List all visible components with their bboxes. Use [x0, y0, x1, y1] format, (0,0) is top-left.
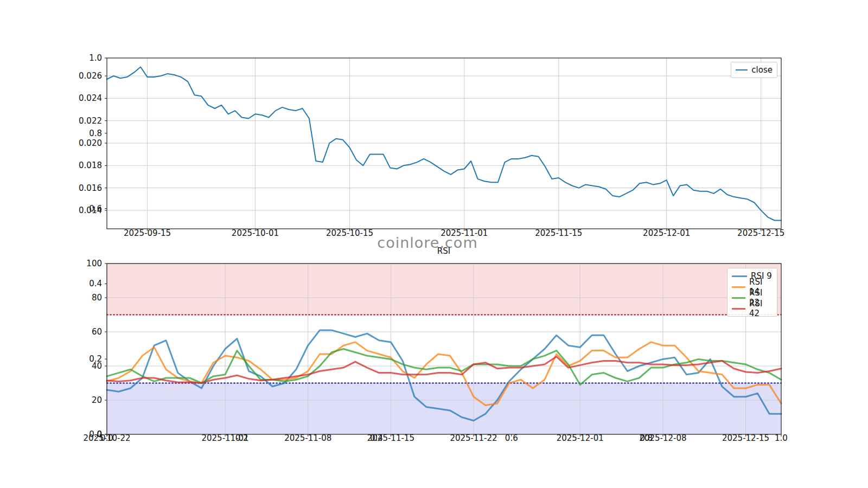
legend-row-close: close	[736, 65, 773, 75]
x-tick-label: 2025-11-08	[270, 434, 346, 442]
y-tick-label: 80	[0, 293, 102, 302]
legend-row-rsi42: RSI 42	[732, 303, 773, 314]
overlay-y-tick-label: 0.8	[0, 129, 102, 138]
overbought-zone	[107, 264, 781, 315]
overlay-x-tick-label: 0.6	[474, 434, 550, 442]
overlay-y-tick-label: 1.0	[0, 54, 102, 62]
price-plot-frame	[107, 58, 781, 229]
rsi-panel-title: RSI	[437, 246, 450, 256]
price-legend: close	[731, 62, 777, 78]
x-tick-label: 2025-10-01	[217, 229, 293, 237]
overlay-x-tick-label: 0.4	[339, 434, 414, 442]
overlay-x-tick-label: 1.0	[743, 434, 819, 442]
y-tick-label: 100	[0, 259, 102, 268]
x-tick-label: 2025-12-15	[723, 229, 799, 237]
y-tick-label: 0.020	[0, 139, 102, 147]
y-tick-label: 0.022	[0, 117, 102, 125]
overlay-x-tick-label: 0.2	[204, 434, 280, 442]
rsi9-line-swatch	[732, 275, 747, 277]
close-line	[107, 67, 781, 221]
overlay-y-tick-label: 0.6	[0, 204, 102, 213]
rsi22-line-swatch	[732, 297, 745, 299]
rsi14-line-swatch	[732, 286, 745, 288]
overlay-x-tick-label: 0.0	[69, 434, 145, 442]
x-tick-label: 2025-12-01	[542, 434, 618, 442]
y-tick-label: 0.016	[0, 184, 102, 192]
overlay-y-tick-label: 0.2	[0, 355, 102, 363]
rsi42-line-swatch	[732, 308, 745, 310]
overlay-y-tick-label: 0.4	[0, 279, 102, 288]
y-tick-label: 0.026	[0, 72, 102, 80]
rsi-legend: RSI 9 RSI 14 RSI 22 RSI 42	[727, 268, 777, 317]
x-tick-label: 2025-10-15	[311, 229, 387, 237]
watermark: coinlore.com	[377, 234, 477, 251]
chart-figure: 0.0260.0240.0220.0200.0180.0160.0142025-…	[0, 0, 868, 488]
x-tick-label: 2025-11-15	[521, 229, 597, 237]
y-tick-label: 0.018	[0, 161, 102, 170]
legend-label-rsi42: RSI 42	[749, 299, 773, 318]
y-tick-label: 60	[0, 328, 102, 336]
close-line-swatch	[736, 69, 748, 70]
x-tick-label: 2025-12-01	[629, 229, 705, 237]
x-tick-label: 2025-09-15	[110, 229, 186, 237]
overlay-x-tick-label: 0.8	[608, 434, 684, 442]
legend-label-close: close	[751, 65, 773, 75]
y-tick-label: 0.024	[0, 94, 102, 102]
oversold-zone	[107, 383, 781, 435]
y-tick-label: 20	[0, 396, 102, 404]
